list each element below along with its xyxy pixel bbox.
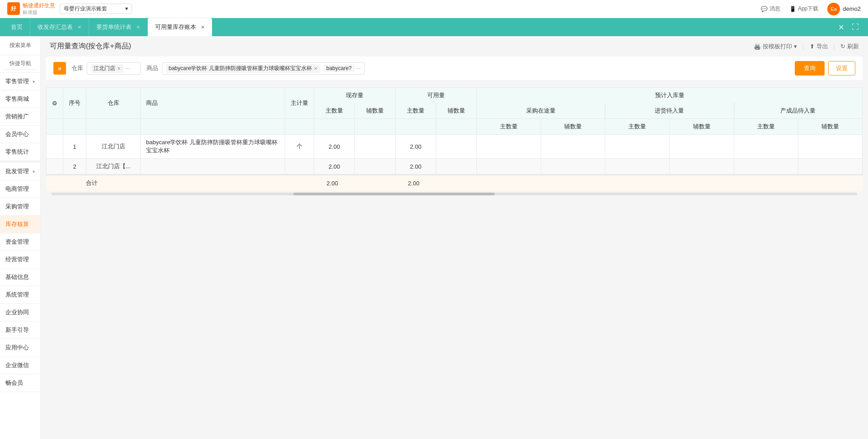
filter-toggle-btn[interactable]: » [53, 62, 66, 75]
refresh-icon: ↻ [840, 43, 845, 50]
col-header-unit: 主计量 [285, 88, 314, 119]
col-sub-stock-sub [355, 119, 396, 135]
sidebar-item-inventory[interactable]: 库存核算 [0, 216, 40, 233]
scrollbar-area [46, 191, 863, 197]
print-icon: 🖨️ [754, 43, 761, 50]
warehouse-filter-ellipsis[interactable]: ··· [125, 65, 130, 71]
row2-pur-sub [541, 159, 605, 175]
row2-product [141, 159, 285, 175]
sidebar-item-vip[interactable]: 畅会员 [0, 374, 40, 392]
tab-expand-btn[interactable]: ⛶ [850, 22, 861, 33]
header-actions: 🖨️ 按模板打印 ▾ | ⬆ 导出 | ↻ 刷新 [754, 42, 859, 51]
sep-1: | [802, 43, 804, 50]
sidebar-item-wholesale[interactable]: 批发管理 ▾ [0, 163, 40, 180]
logo-icon: 好 [7, 2, 20, 15]
sidebar-item-retail-stats[interactable]: 零售统计 [0, 143, 40, 161]
export-btn[interactable]: ⬆ 导出 [810, 42, 828, 51]
messages-btn[interactable]: 💬 消息 [761, 5, 780, 13]
col-sub-pur-sub: 辅数量 [541, 119, 605, 135]
col-header-incoming-group: 进货待入量 [605, 103, 734, 119]
main-layout: 搜索菜单 快捷导航 零售管理 ▾ 零售商城 营销推广 会员中心 零售统计 [0, 36, 868, 439]
query-btn[interactable]: 查询 [795, 61, 825, 76]
tab-available-close[interactable]: ✕ [201, 24, 205, 30]
scrollbar-track[interactable] [52, 193, 857, 195]
sidebar-item-retail-mgmt[interactable]: 零售管理 ▾ [0, 73, 40, 90]
row2-gear [47, 159, 63, 175]
summary-avail-main: 2.00 [393, 180, 434, 187]
sidebar-item-marketing[interactable]: 营销推广 [0, 108, 40, 126]
quick-nav-btn[interactable]: 快捷导航 [3, 58, 38, 70]
row1-stock-sub [355, 135, 396, 159]
sidebar-item-retail-mall[interactable]: 零售商城 [0, 90, 40, 108]
sidebar-item-wechat[interactable]: 企业微信 [0, 357, 40, 374]
logo-area: 好 畅捷通好生意 标准版 [7, 2, 55, 16]
sidebar-item-system[interactable]: 系统管理 [0, 286, 40, 304]
sidebar: 搜索菜单 快捷导航 零售管理 ▾ 零售商城 营销推广 会员中心 零售统计 [0, 36, 41, 439]
product-tag-value-2: babycare? [326, 65, 352, 71]
sidebar-item-finance[interactable]: 资金管理 [0, 233, 40, 251]
setting-btn[interactable]: 设置 [828, 61, 855, 76]
sidebar-item-member[interactable]: 会员中心 [0, 126, 40, 143]
warehouse-filter-input[interactable]: 江北门店 ✕ ··· [87, 62, 141, 75]
product-filter-ellipsis[interactable]: ··· [356, 65, 361, 71]
refresh-label: 刷新 [847, 42, 859, 51]
row2-inc-sub [670, 159, 734, 175]
row1-pro-sub [798, 135, 862, 159]
sidebar-item-basics[interactable]: 基础信息 [0, 269, 40, 286]
tab-orders[interactable]: 要货单统计表 ✕ [89, 18, 148, 36]
col-sub-inc-sub: 辅数量 [670, 119, 734, 135]
tab-receipts-close[interactable]: ✕ [77, 24, 81, 30]
app-download-label: App下载 [798, 5, 818, 13]
sidebar-item-purchase[interactable]: 采购管理 [0, 198, 40, 216]
row2-pro-sub [798, 159, 862, 175]
tab-orders-close[interactable]: ✕ [136, 24, 140, 30]
industry-selector[interactable]: 母婴行业演示账套 ▾ [60, 4, 132, 14]
product-filter-input[interactable]: babycare学饮杯 儿童防摔防撞吸管杯重力球吸嘴杯宝宝水杯 ✕ babyca… [162, 62, 365, 75]
col-sub-avail-main [396, 119, 436, 135]
logo-subtext: 标准版 [23, 9, 55, 15]
row2-pro-main [734, 159, 798, 175]
col-sub-inc-main: 主数量 [605, 119, 670, 135]
tab-receipts[interactable]: 收发存汇总表 ✕ [30, 18, 89, 36]
sidebar-item-enterprise[interactable]: 企业协同 [0, 304, 40, 321]
refresh-btn[interactable]: ↻ 刷新 [840, 42, 859, 51]
sidebar-search-area: 搜索菜单 [0, 36, 40, 55]
tab-close-all-btn[interactable]: ✕ [835, 22, 846, 33]
row1-pro-main [734, 135, 798, 159]
warehouse-filter-tag: 江北门店 ✕ [91, 64, 123, 73]
sidebar-item-ecommerce[interactable]: 电商管理 [0, 180, 40, 198]
filter-bar: » 仓库 江北门店 ✕ ··· 商品 babycare [46, 57, 863, 80]
sidebar-item-inventory-label: 库存核算 [5, 220, 29, 228]
sidebar-item-operations-label: 经营管理 [5, 255, 29, 264]
product-tag-1-close[interactable]: ✕ [314, 66, 317, 71]
row1-num: 1 [63, 135, 86, 159]
sidebar-item-marketing-label: 营销推广 [5, 113, 29, 121]
template-print-btn[interactable]: 🖨️ 按模板打印 ▾ [754, 42, 797, 51]
warehouse-tag-close[interactable]: ✕ [117, 66, 121, 71]
sidebar-quicknav-area: 快捷导航 [0, 55, 40, 73]
tab-home-label: 首页 [11, 23, 23, 31]
sidebar-item-finance-label: 资金管理 [5, 238, 29, 246]
col-header-gear[interactable]: ⚙ [47, 88, 63, 119]
row2-pur-main [477, 159, 541, 175]
sidebar-item-apps-label: 应用中心 [5, 344, 29, 352]
row1-pur-main [477, 135, 541, 159]
table-row: 1 江北门店 babycare学饮杯 儿童防摔防撞吸管杯重力球吸嘴杯宝宝水杯 个… [47, 135, 863, 159]
top-bar-right: 💬 消息 📱 App下载 Ea demo2 [761, 3, 861, 15]
tab-available[interactable]: 可用量库存账本 ✕ [148, 18, 212, 36]
col-sub-product [141, 119, 285, 135]
scrollbar-thumb[interactable] [293, 193, 495, 195]
tab-home[interactable]: 首页 [4, 18, 30, 36]
data-table: ⚙ 序号 仓库 商品 主计量 现存量 可用量 预计入库量 主数量 [46, 87, 863, 175]
sidebar-item-retail-stats-label: 零售统计 [5, 148, 29, 156]
sidebar-item-purchase-label: 采购管理 [5, 203, 29, 211]
warehouse-filter-group: 仓库 江北门店 ✕ ··· [71, 62, 141, 75]
app-download-btn[interactable]: 📱 App下载 [789, 5, 818, 13]
col-header-num: 序号 [63, 88, 86, 119]
sidebar-item-apps[interactable]: 应用中心 [0, 339, 40, 357]
search-menu-btn[interactable]: 搜索菜单 [4, 40, 37, 51]
sidebar-item-operations[interactable]: 经营管理 [0, 251, 40, 269]
sidebar-item-newbie[interactable]: 新手引导 [0, 321, 40, 339]
sidebar-item-vip-label: 畅会员 [5, 379, 23, 387]
sidebar-item-ecommerce-label: 电商管理 [5, 185, 29, 193]
